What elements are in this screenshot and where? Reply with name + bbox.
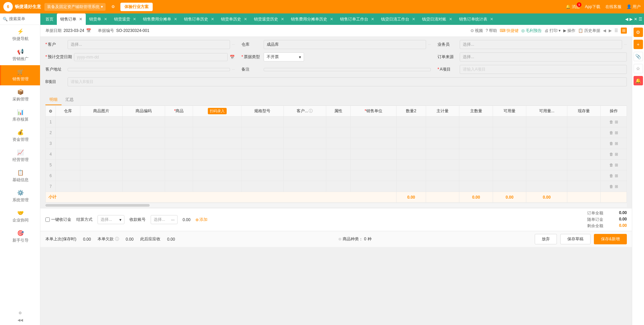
- cell-qty2-2[interactable]: [396, 127, 426, 138]
- tab-sales-order[interactable]: 销售订单 ✕: [57, 13, 86, 25]
- cell-image-5[interactable]: [80, 160, 122, 170]
- cell-sku-code-7[interactable]: [122, 181, 165, 192]
- cell-sku-code-6[interactable]: [122, 170, 165, 181]
- horizontal-scrollbar[interactable]: [45, 203, 627, 207]
- order-source-input[interactable]: 选择...: [460, 52, 627, 62]
- discard-button[interactable]: 放弃: [535, 234, 557, 244]
- right-panel-attach-btn[interactable]: 📎: [634, 52, 643, 61]
- tab-sales-refund-history[interactable]: 销货退货历史 ✕: [251, 13, 288, 25]
- list-view-icon[interactable]: ☰: [614, 28, 618, 33]
- cell-product-3[interactable]: [165, 138, 193, 149]
- cell-customer-sku-1[interactable]: [283, 117, 326, 127]
- sidebar-item-quick-nav[interactable]: ⚡ 快捷导航: [0, 25, 40, 45]
- cell-available-1[interactable]: [493, 117, 526, 127]
- cell-customer-sku-4[interactable]: [283, 149, 326, 160]
- cell-main-unit-5[interactable]: [426, 160, 459, 170]
- cell-scan-1[interactable]: [193, 117, 241, 127]
- date-value[interactable]: 2023-03-24: [64, 28, 84, 33]
- cell-main-qty-5[interactable]: [459, 160, 493, 170]
- sidebar-item-system[interactable]: ⚙️ 系统管理: [0, 186, 40, 206]
- staff-input[interactable]: 选择...: [460, 40, 622, 49]
- cell-sku-code-4[interactable]: [122, 149, 165, 160]
- cell-stock-3[interactable]: [567, 138, 601, 149]
- cell-main-qty-2[interactable]: [459, 127, 493, 138]
- tab-detail[interactable]: 明细: [45, 95, 62, 105]
- one-key-order-checkbox[interactable]: [45, 217, 50, 222]
- cell-unit-6[interactable]: [350, 170, 396, 181]
- tab-close-icon[interactable]: ✕: [490, 17, 493, 22]
- cell-main-unit-4[interactable]: [426, 149, 459, 160]
- tab-sales-fee-split[interactable]: 销售费用分摊单 ✕: [140, 13, 181, 25]
- cell-warehouse-3[interactable]: [56, 138, 80, 149]
- sidebar-item-inventory[interactable]: 📊 库存核算: [0, 106, 40, 126]
- right-panel-settings-btn[interactable]: ⚙: [634, 28, 643, 37]
- cell-image-1[interactable]: [80, 117, 122, 127]
- help-action[interactable]: ? 帮助: [486, 28, 497, 34]
- tab-close-icon[interactable]: ✕: [330, 17, 333, 22]
- cell-stock-1[interactable]: [567, 117, 601, 127]
- profit-action[interactable]: ◎ 毛利预告: [521, 28, 542, 34]
- cell-available-5[interactable]: [493, 160, 526, 170]
- cell-qty2-3[interactable]: [396, 138, 426, 149]
- cell-warehouse-7[interactable]: [56, 181, 80, 192]
- cell-scan-4[interactable]: [193, 149, 241, 160]
- cell-unit-5[interactable]: [350, 160, 396, 170]
- settlement-select[interactable]: 选择... ▾: [98, 215, 124, 224]
- tab-close-icon[interactable]: ✕: [133, 17, 136, 22]
- cell-available-7[interactable]: [493, 181, 526, 192]
- cell-stock-4[interactable]: [567, 149, 601, 160]
- nav-next-icon[interactable]: ▶: [609, 28, 612, 33]
- operation-action[interactable]: ▶ 操作: [563, 28, 575, 34]
- cell-attribute-7[interactable]: [326, 181, 350, 192]
- calendar-icon[interactable]: 📅: [86, 28, 91, 33]
- cell-image-6[interactable]: [80, 170, 122, 181]
- customer-dots-icon[interactable]: ···: [232, 43, 235, 46]
- nav-prev-icon[interactable]: ◀: [603, 28, 606, 33]
- cell-main-qty-4[interactable]: [459, 149, 493, 160]
- copy-icon[interactable]: ⊞: [615, 163, 618, 167]
- cell-spec-6[interactable]: [241, 170, 283, 181]
- cell-spec-2[interactable]: [241, 127, 283, 138]
- scrollbar-thumb[interactable]: [45, 204, 150, 207]
- cell-main-qty-1[interactable]: [459, 117, 493, 127]
- cell-scan-6[interactable]: [193, 170, 241, 181]
- th-gear[interactable]: ⚙: [46, 106, 56, 117]
- history-action[interactable]: 📋 历史单据: [578, 28, 600, 34]
- tab-prev-icon[interactable]: ◀: [625, 17, 628, 22]
- save-new-button[interactable]: 保存&新增: [594, 234, 627, 244]
- tab-sales-return[interactable]: 销货单 ✕: [86, 13, 111, 25]
- settings-icon[interactable]: ⚙: [109, 3, 117, 11]
- cell-available2-7[interactable]: [526, 181, 567, 192]
- cell-product-2[interactable]: [165, 127, 193, 138]
- delete-icon[interactable]: 🗑: [609, 120, 613, 124]
- cell-available-2[interactable]: [493, 127, 526, 138]
- tab-close-icon[interactable]: ✕: [104, 17, 107, 22]
- sidebar-settings[interactable]: ⚙: [3, 311, 37, 315]
- delete-icon[interactable]: 🗑: [609, 152, 613, 157]
- cell-available2-4[interactable]: [526, 149, 567, 160]
- staff-dots-icon[interactable]: ···: [624, 43, 627, 46]
- tab-sales-order-workbench[interactable]: 销售订单工作台 ✕: [337, 13, 378, 25]
- cell-attribute-1[interactable]: [326, 117, 350, 127]
- cell-stock-2[interactable]: [567, 127, 601, 138]
- copy-icon[interactable]: ⊞: [615, 184, 618, 189]
- warehouse-dots-icon[interactable]: ···: [428, 43, 431, 46]
- tab-menu-icon[interactable]: ☰: [639, 17, 642, 22]
- cell-available2-6[interactable]: [526, 170, 567, 181]
- grid-view-icon[interactable]: ⊞: [621, 28, 627, 34]
- tab-sales-order-history[interactable]: 销售订单历史 ✕: [181, 13, 218, 25]
- app-download-link[interactable]: App下载: [585, 4, 600, 10]
- tab-cash-daily-workbench[interactable]: 钱贷日清工作台 ✕: [378, 13, 419, 25]
- cell-stock-6[interactable]: [567, 170, 601, 181]
- cell-spec-7[interactable]: [241, 181, 283, 192]
- cell-warehouse-6[interactable]: [56, 170, 80, 181]
- sidebar-collapse[interactable]: ◀◀: [3, 318, 37, 322]
- cell-image-4[interactable]: [80, 149, 122, 160]
- cell-sku-code-3[interactable]: [122, 138, 165, 149]
- cell-sku-code-2[interactable]: [122, 127, 165, 138]
- delivery-calendar-icon[interactable]: 📅: [230, 55, 235, 59]
- cell-qty2-1[interactable]: [396, 117, 426, 127]
- cell-qty2-7[interactable]: [396, 181, 426, 192]
- cell-scan-5[interactable]: [193, 160, 241, 170]
- copy-icon[interactable]: ⊞: [615, 152, 618, 157]
